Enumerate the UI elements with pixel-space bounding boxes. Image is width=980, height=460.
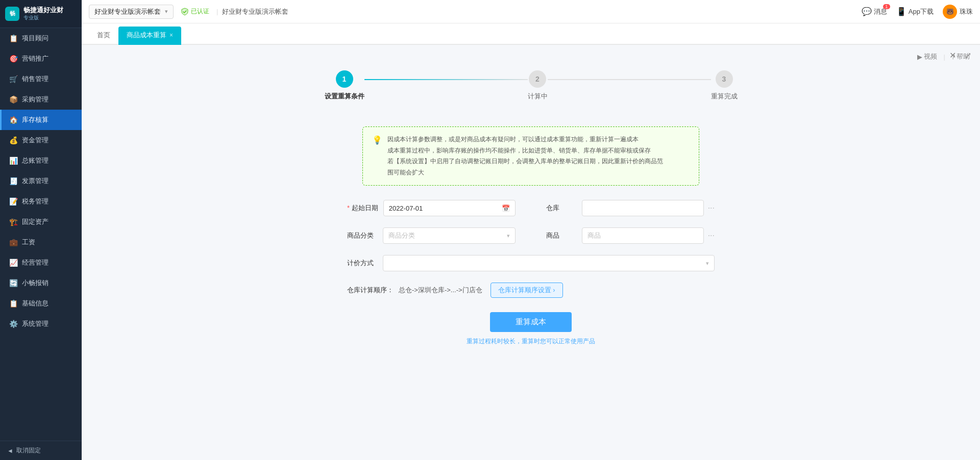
payroll-icon: 💼 xyxy=(9,238,18,247)
recalc-button[interactable]: 重算成本 xyxy=(490,312,572,332)
step-circle-3: 3 xyxy=(716,70,733,88)
avatar: 🐻 xyxy=(943,5,957,19)
verified-badge: 已认证 xyxy=(181,7,209,16)
step-3: 3 重算完成 xyxy=(711,70,738,101)
warehouse-input[interactable] xyxy=(582,200,704,216)
tab-close-icon[interactable]: × xyxy=(169,32,173,39)
sidebar-item-label: 工资 xyxy=(22,238,35,247)
warehouse-order-value: 总仓->深圳仓库->...->门店仓 xyxy=(399,286,482,295)
form-group-price-method: 计价方式 ▾ xyxy=(347,255,715,271)
sidebar-item-inventory[interactable]: 🏠 库存核算 xyxy=(0,110,82,130)
sidebar-item-payroll[interactable]: 💼 工资 xyxy=(0,232,82,252)
sidebar-item-label: 库存核算 xyxy=(22,115,48,124)
step-circle-2: 2 xyxy=(529,70,546,88)
tax-icon: 📝 xyxy=(9,197,18,206)
form-row-2: 商品分类 商品分类 ▾ 商品 商品 ··· xyxy=(347,227,715,244)
calendar-icon: 📅 xyxy=(502,205,510,212)
sidebar-item-label: 资金管理 xyxy=(22,136,48,145)
sidebar-nav: 📋 项目顾问 🎯 营销推广 🛒 销售管理 📦 采购管理 🏠 库存核算 💰 资金管… xyxy=(0,28,82,441)
sidebar-item-label: 小畅报销 xyxy=(22,278,48,288)
tabbar: 首页 商品成本重算 × xyxy=(82,23,980,45)
shield-icon xyxy=(181,8,189,16)
expense-icon: 🔄 xyxy=(9,278,18,288)
sidebar-item-marketing[interactable]: 🎯 营销推广 xyxy=(0,48,82,69)
purchase-icon: 📦 xyxy=(9,95,18,104)
sidebar-item-system[interactable]: ⚙️ 系统管理 xyxy=(0,314,82,334)
steps-container: 1 设置重算条件 2 计算中 3 重算完成 xyxy=(102,60,960,111)
project-icon: 📋 xyxy=(9,34,18,43)
sidebar-header: 畅 畅捷通好业财 专业版 xyxy=(0,0,82,28)
sidebar-item-accounting[interactable]: 📊 总账管理 xyxy=(0,150,82,171)
sidebar-item-tax[interactable]: 📝 税务管理 xyxy=(0,191,82,212)
sidebar-item-label: 销售管理 xyxy=(22,74,48,84)
sidebar-item-invoice[interactable]: 🧾 发票管理 xyxy=(0,171,82,191)
form-group-category: 商品分类 商品分类 ▾ xyxy=(347,227,516,244)
app-download-button[interactable]: 📱 App下载 xyxy=(896,7,934,16)
warehouse-order-row: 仓库计算顺序： 总仓->深圳仓库->...->门店仓 仓库计算顺序设置 › xyxy=(347,283,715,298)
step-line-2-3 xyxy=(548,79,711,80)
app-title: 畅捷通好业财 xyxy=(23,6,63,14)
form-group-start-date: 起始日期 2022-07-01 📅 xyxy=(347,200,516,216)
sidebar-item-project[interactable]: 📋 项目顾问 xyxy=(0,28,82,48)
category-label: 商品分类 xyxy=(347,231,378,240)
goods-more-icon[interactable]: ··· xyxy=(708,231,715,240)
recalc-btn-label: 重算成本 xyxy=(516,317,546,326)
phone-icon: 📱 xyxy=(896,7,906,16)
verified-text: 已认证 xyxy=(191,7,209,16)
sidebar-item-basic[interactable]: 📋 基础信息 xyxy=(0,293,82,314)
video-link[interactable]: ▶ 视频 xyxy=(917,52,937,61)
info-box: 💡 因成本计算参数调整，或是对商品成本有疑问时，可以通过成本重算功能，重新计算一… xyxy=(362,126,699,186)
app-subtitle: 专业版 xyxy=(23,14,63,21)
invoice-icon: 🧾 xyxy=(9,176,18,186)
main-area: 好业财专业版演示帐套 ▾ 已认证 | 好业财专业版演示帐套 💬 消息 1 xyxy=(82,0,980,460)
account-name: 好业财专业版演示帐套 xyxy=(222,7,288,16)
help-link[interactable]: ? 帮助 xyxy=(951,52,970,61)
form-container: 起始日期 2022-07-01 📅 仓库 ··· 商品分类 xyxy=(347,200,715,346)
sidebar-item-sales[interactable]: 🛒 销售管理 xyxy=(0,69,82,89)
recalc-tip: 重算过程耗时较长，重算时您可以正常使用产品 xyxy=(347,337,715,346)
sidebar-item-label: 营销推广 xyxy=(22,54,48,63)
warehouse-more-icon[interactable]: ··· xyxy=(708,203,715,213)
bulb-icon: 💡 xyxy=(372,135,382,145)
tab-recalc[interactable]: 商品成本重算 × xyxy=(118,27,181,45)
goods-input[interactable]: 商品 xyxy=(582,227,704,244)
app-download-label: App下载 xyxy=(909,7,934,16)
price-method-select[interactable]: ▾ xyxy=(383,255,715,271)
account-selector-text: 好业财专业版演示帐套 xyxy=(94,7,161,16)
user-name: 珠珠 xyxy=(960,7,973,16)
account-selector[interactable]: 好业财专业版演示帐套 ▾ xyxy=(89,5,174,19)
recalc-section: 重算成本 重算过程耗时较长，重算时您可以正常使用产品 xyxy=(347,312,715,346)
message-button[interactable]: 💬 消息 1 xyxy=(862,7,887,16)
step-2: 2 计算中 xyxy=(528,70,548,101)
step-label-3: 重算完成 xyxy=(711,92,738,101)
app-logo: 畅 xyxy=(5,7,19,21)
sidebar-item-operation[interactable]: 📈 经营管理 xyxy=(0,252,82,273)
sidebar-item-expense[interactable]: 🔄 小畅报销 xyxy=(0,273,82,293)
form-group-goods: 商品 商品 ··· xyxy=(546,227,715,244)
tab-home[interactable]: 首页 xyxy=(89,27,118,45)
accounting-icon: 📊 xyxy=(9,156,18,165)
user-profile-button[interactable]: 🐻 珠珠 xyxy=(943,5,973,19)
step-label-1: 设置重算条件 xyxy=(325,92,364,101)
step-circle-1: 1 xyxy=(336,70,353,88)
sidebar: 畅 畅捷通好业财 专业版 📋 项目顾问 🎯 营销推广 🛒 销售管理 📦 采购管理… xyxy=(0,0,82,460)
warehouse-order-settings-button[interactable]: 仓库计算顺序设置 › xyxy=(491,283,563,298)
warehouse-order-label: 仓库计算顺序： xyxy=(347,286,394,295)
sidebar-unpin[interactable]: ◄ 取消固定 xyxy=(0,441,82,460)
warehouse-order-btn-label: 仓库计算顺序设置 › xyxy=(498,286,555,295)
category-placeholder: 商品分类 xyxy=(388,231,415,240)
sidebar-item-purchase[interactable]: 📦 采购管理 xyxy=(0,89,82,110)
chevron-down-icon: ▾ xyxy=(165,8,168,15)
play-icon: ▶ xyxy=(917,53,922,61)
start-date-label: 起始日期 xyxy=(347,203,378,213)
step-label-2: 计算中 xyxy=(528,92,548,101)
sidebar-item-assets[interactable]: 🏗️ 固定资产 xyxy=(0,212,82,232)
start-date-input[interactable]: 2022-07-01 📅 xyxy=(383,200,516,216)
chevron-down-icon: ▾ xyxy=(507,233,510,239)
basic-icon: 📋 xyxy=(9,299,18,308)
topbar-left: 好业财专业版演示帐套 ▾ 已认证 | 好业财专业版演示帐套 xyxy=(89,5,862,19)
chevron-down-icon: ▾ xyxy=(706,260,709,267)
category-select[interactable]: 商品分类 ▾ xyxy=(383,227,516,244)
sidebar-item-finance[interactable]: 💰 资金管理 xyxy=(0,130,82,150)
sidebar-item-label: 项目顾问 xyxy=(22,34,48,43)
